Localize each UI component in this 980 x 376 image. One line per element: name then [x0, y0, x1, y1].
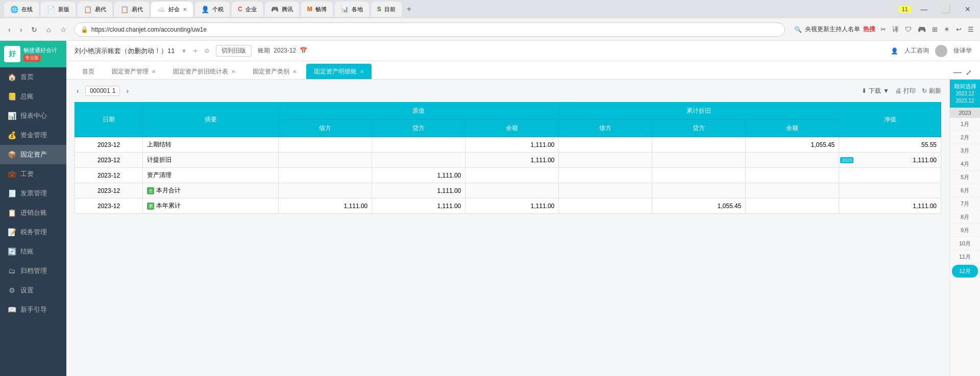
- sidebar-item-close[interactable]: 🔄 结账: [0, 242, 66, 261]
- row-net-value: [839, 183, 941, 198]
- url-input[interactable]: 🔒 https://cloud.chanjet.com/accounting/u…: [74, 22, 785, 37]
- shield-icon[interactable]: 🛡: [905, 26, 912, 33]
- period-month-7[interactable]: 7月: [950, 197, 980, 211]
- row-orig-balance: 1,111.00: [465, 153, 559, 168]
- sidebar-item-tax[interactable]: 📝 税务管理: [0, 222, 66, 242]
- year-tag: 2023: [840, 157, 853, 163]
- browser-toolbar-icons: ✂ 译 🛡 🎮 ⊞ ☀ ↩ ☰: [880, 25, 974, 34]
- period-month-11[interactable]: 11月: [950, 250, 980, 264]
- sidebar-item-guide[interactable]: 📖 新手引导: [0, 300, 66, 319]
- refresh-button[interactable]: ↻ 刷新: [922, 87, 941, 95]
- company-settings-icon[interactable]: ⚙: [204, 47, 210, 55]
- account-code-input[interactable]: 000001 1: [85, 86, 120, 96]
- cut-icon[interactable]: ✂: [880, 26, 886, 33]
- table-row: 2023-12 计提折旧 1,111.00 1,111.00 2023: [75, 153, 941, 168]
- bookmark-button[interactable]: ☆: [58, 23, 69, 36]
- period-month-2[interactable]: 2月: [950, 131, 980, 144]
- table-row: 2023-12 累 本年累计 1,111.00 1,111.00 1,111.0…: [75, 198, 941, 214]
- sidebar-item-fixed-assets[interactable]: 📦 固定资产: [0, 145, 66, 164]
- logo-icon: 好: [4, 46, 20, 62]
- tab-fixed-asset-ledger[interactable]: 固定资产明细账 ✕: [306, 64, 372, 79]
- yearly-total-icon: 累: [147, 203, 154, 210]
- sidebar-item-salary[interactable]: 💼 工资: [0, 164, 66, 184]
- period-month-5[interactable]: 5月: [950, 171, 980, 184]
- row-orig-debit: [279, 137, 372, 153]
- period-month-10[interactable]: 10月: [950, 237, 980, 250]
- sidebar-item-purchase-sale[interactable]: 📋 进销台账: [0, 203, 66, 222]
- row-orig-credit: [372, 137, 465, 153]
- browser-tab-geshui[interactable]: 👤 个税: [195, 2, 230, 17]
- translate-icon[interactable]: 译: [892, 25, 899, 34]
- add-company-button[interactable]: +: [193, 46, 198, 56]
- browser-tab-chang[interactable]: M 畅博: [301, 2, 333, 17]
- browser-tab-muqian[interactable]: S 目前: [371, 2, 402, 17]
- grid-icon[interactable]: ⊞: [932, 26, 938, 33]
- period-month-6[interactable]: 6月: [950, 184, 980, 197]
- window-controls: 11 — ⬜ ✕: [899, 5, 976, 13]
- back-button[interactable]: ‹: [6, 23, 13, 36]
- browser-tab-tengxun[interactable]: 🎮 腾讯: [265, 2, 299, 17]
- sidebar-label-salary: 工资: [20, 169, 34, 179]
- home-button[interactable]: ⌂: [44, 23, 53, 36]
- period-header-label: 期间选择: [951, 83, 979, 90]
- sidebar-item-report-center[interactable]: 📊 报表中心: [0, 106, 66, 126]
- close-tab-depreciation-stat[interactable]: ✕: [231, 69, 235, 74]
- browser-tab-gedi[interactable]: 📊 各地: [335, 2, 369, 17]
- browser-tab-haohui[interactable]: ☁️ 好会 ✕: [151, 2, 193, 17]
- period-month-4[interactable]: 4月: [950, 158, 980, 171]
- forward-button[interactable]: ›: [18, 23, 24, 36]
- sidebar-item-fund-mgmt[interactable]: 💰 资金管理: [0, 126, 66, 145]
- browser-tab-qiye[interactable]: C 企业: [232, 2, 263, 17]
- browser-tab-yidai1[interactable]: 📋 易代: [78, 2, 112, 17]
- notification-badge[interactable]: 11: [899, 6, 911, 13]
- sun-icon[interactable]: ☀: [944, 26, 950, 33]
- next-page-button[interactable]: ›: [124, 86, 131, 96]
- close-tab-haohui[interactable]: ✕: [183, 7, 187, 12]
- customer-service-label[interactable]: 人工咨询: [904, 46, 929, 55]
- period-year[interactable]: 2023: [950, 108, 980, 118]
- tab-fixed-asset-mgmt[interactable]: 固定资产管理 ✕: [104, 64, 163, 79]
- close-tab-fixed-asset-mgmt[interactable]: ✕: [152, 69, 156, 74]
- minimize-button[interactable]: —: [915, 5, 933, 13]
- tab-home[interactable]: 首页: [75, 64, 102, 79]
- maximize-button[interactable]: ⬜: [937, 5, 955, 13]
- browser-tab-new[interactable]: 📄 新版: [41, 2, 76, 17]
- close-tab-fixed-asset-category[interactable]: ✕: [292, 69, 297, 74]
- close-tab-fixed-asset-ledger[interactable]: ✕: [360, 69, 364, 74]
- main-content: 刘小艳演示账套（勿删勿动！）11 ▼ + ⚙ 切到旧版 账期 2023-12 📅…: [66, 41, 980, 376]
- period-month-12[interactable]: 12月: [952, 265, 978, 278]
- close-window-button[interactable]: ✕: [960, 5, 976, 13]
- game-icon[interactable]: 🎮: [918, 26, 926, 33]
- sidebar-item-archive[interactable]: 🗂 归档管理: [0, 261, 66, 281]
- period-month-8[interactable]: 8月: [950, 211, 980, 224]
- prev-page-button[interactable]: ‹: [75, 86, 81, 96]
- menu-icon[interactable]: ☰: [968, 26, 974, 33]
- period-header[interactable]: 期间选择 2023.12 2023.12: [950, 80, 980, 108]
- sidebar-item-invoice[interactable]: 🧾 发票管理: [0, 184, 66, 203]
- row-summary: 资产清理: [143, 168, 279, 183]
- sidebar-item-settings[interactable]: ⚙ 设置: [0, 281, 66, 300]
- account-code-value: 000001: [90, 87, 110, 94]
- reload-button[interactable]: ↻: [29, 23, 39, 36]
- download-button[interactable]: ⬇ 下载 ▼: [862, 87, 889, 95]
- expand-tab-button[interactable]: ⤢: [966, 68, 972, 77]
- row-orig-debit: 1,111.00: [279, 198, 372, 214]
- switch-version-button[interactable]: 切到旧版: [216, 45, 252, 57]
- print-button[interactable]: 🖨 打印: [895, 87, 916, 95]
- tab-fixed-asset-category[interactable]: 固定资产类别 ✕: [245, 64, 304, 79]
- period-month-3[interactable]: 3月: [950, 144, 980, 158]
- browser-tab-yidai2[interactable]: 📋 易代: [114, 2, 149, 17]
- sidebar-item-general-ledger[interactable]: 📒 总账: [0, 87, 66, 106]
- add-tab-button[interactable]: +: [404, 5, 414, 14]
- row-orig-balance: 1,111.00: [465, 137, 559, 153]
- browser-tab-online[interactable]: 🌐 在线: [4, 2, 39, 17]
- calendar-icon[interactable]: 📅: [300, 47, 307, 54]
- company-dropdown-icon[interactable]: ▼: [181, 47, 187, 55]
- period-month-9[interactable]: 9月: [950, 224, 980, 237]
- tab-depreciation-stat[interactable]: 固定资产折旧统计表 ✕: [165, 64, 243, 79]
- minimize-tab-button[interactable]: —: [953, 68, 962, 77]
- undo-icon[interactable]: ↩: [956, 26, 962, 33]
- sidebar-item-home[interactable]: 🏠 首页: [0, 67, 66, 87]
- table-row: 2023-12 资产清理 1,111.00: [75, 168, 941, 183]
- period-month-1[interactable]: 1月: [950, 118, 980, 131]
